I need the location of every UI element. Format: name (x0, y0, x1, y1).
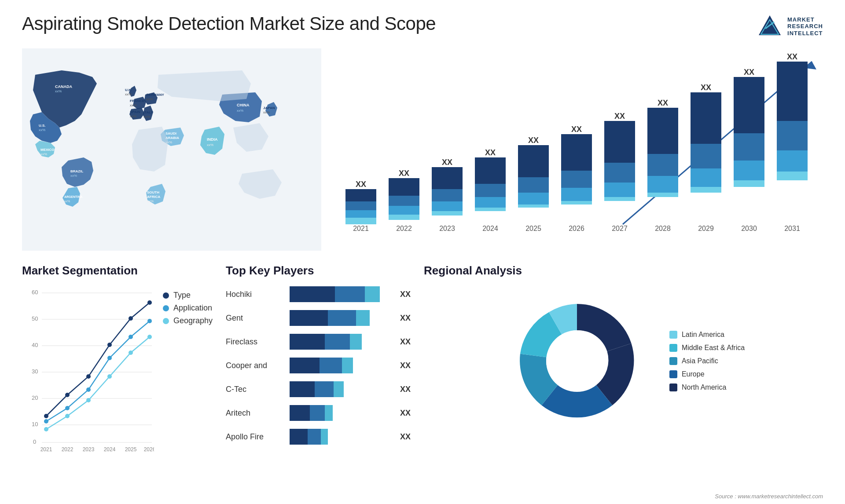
regional-title: Regional Analysis (424, 264, 823, 278)
player-bar-fireclass (290, 334, 390, 350)
svg-text:MEXICO: MEXICO (40, 148, 55, 152)
svg-rect-63 (518, 193, 549, 205)
cooper-xx: XX (400, 361, 411, 370)
donut-chart-v2 (502, 286, 652, 436)
svg-text:SOUTH: SOUTH (147, 190, 159, 194)
key-players-title: Top Key Players (226, 264, 411, 278)
svg-text:XX: XX (485, 148, 496, 157)
page-title: Aspirating Smoke Detection Market Size a… (22, 13, 436, 34)
svg-rect-56 (475, 208, 506, 211)
legend-application: Application (163, 303, 213, 313)
mea-color (669, 344, 677, 352)
svg-rect-98 (777, 172, 808, 180)
svg-text:JAPAN: JAPAN (263, 106, 275, 110)
svg-text:xx%: xx% (237, 109, 243, 113)
svg-rect-59 (475, 157, 506, 184)
svg-text:xx%: xx% (143, 115, 150, 119)
mea-label: Middle East & Africa (682, 344, 745, 352)
svg-text:2031: 2031 (784, 225, 800, 232)
svg-point-138 (86, 398, 91, 402)
svg-text:AFRICA: AFRICA (147, 195, 160, 199)
player-list: Hochiki XX Gent (226, 286, 411, 445)
svg-text:XX: XX (614, 112, 625, 121)
svg-text:xx%: xx% (207, 143, 213, 147)
svg-text:xx%: xx% (55, 89, 62, 93)
svg-point-132 (86, 387, 91, 392)
svg-text:2023: 2023 (439, 225, 455, 232)
europe-color (669, 370, 677, 378)
svg-text:XX: XX (658, 99, 668, 107)
svg-point-136 (44, 427, 48, 431)
svg-rect-99 (777, 150, 808, 172)
svg-rect-58 (475, 184, 506, 197)
svg-text:FRANCE: FRANCE (130, 99, 145, 103)
latin-america-label: Latin America (682, 331, 724, 339)
svg-text:XX: XX (744, 68, 754, 77)
svg-text:xx%: xx% (125, 92, 132, 96)
player-name-gent: Gent (226, 314, 283, 323)
svg-text:XX: XX (787, 52, 797, 61)
svg-text:XX: XX (399, 169, 409, 178)
svg-rect-86 (691, 187, 721, 193)
svg-rect-74 (604, 197, 635, 201)
logo-icon (757, 13, 783, 40)
svg-rect-87 (691, 168, 721, 187)
svg-text:xx%: xx% (39, 128, 45, 132)
player-bar-hochiki (290, 286, 390, 302)
svg-text:2024: 2024 (104, 446, 116, 453)
application-label: Application (173, 303, 212, 313)
svg-rect-40 (345, 201, 376, 210)
player-name-ctec: C-Tec (226, 385, 283, 394)
apollo-xx: XX (400, 432, 411, 442)
svg-point-131 (65, 406, 70, 410)
svg-point-134 (129, 335, 133, 339)
svg-rect-69 (561, 188, 592, 201)
svg-text:0: 0 (33, 438, 36, 445)
svg-rect-95 (734, 77, 764, 133)
svg-text:2028: 2028 (655, 225, 671, 232)
svg-rect-45 (389, 206, 419, 215)
header: Aspirating Smoke Detection Market Size a… (22, 13, 823, 40)
legend-type: Type (163, 291, 213, 300)
svg-text:2026: 2026 (144, 446, 154, 453)
svg-text:30: 30 (32, 368, 38, 375)
svg-rect-64 (518, 177, 549, 193)
svg-rect-88 (691, 144, 721, 168)
bar-chart-section: XX 2021 XX 2022 XX 2023 (334, 48, 823, 251)
svg-rect-77 (604, 121, 635, 163)
segmentation-title: Market Segmentation (22, 264, 213, 278)
svg-text:XX: XX (442, 158, 452, 167)
svg-point-140 (129, 351, 133, 355)
svg-rect-93 (734, 161, 764, 180)
svg-text:SPAIN: SPAIN (130, 110, 140, 114)
svg-text:xx%: xx% (70, 174, 77, 178)
player-bar-aritech (290, 405, 390, 421)
svg-rect-94 (734, 133, 764, 161)
svg-rect-71 (561, 134, 592, 171)
svg-text:40: 40 (32, 342, 38, 348)
svg-point-142 (546, 330, 608, 392)
svg-rect-51 (432, 201, 463, 211)
svg-text:2025: 2025 (525, 225, 541, 232)
player-row-aritech: Aritech XX (226, 405, 411, 421)
svg-rect-81 (647, 176, 678, 193)
svg-point-129 (147, 300, 152, 305)
svg-rect-70 (561, 171, 592, 188)
svg-text:xx%: xx% (146, 97, 153, 101)
hochiki-xx: XX (400, 290, 411, 299)
svg-point-130 (44, 419, 48, 424)
source-line: Source : www.marketresearchintellect.com (715, 493, 823, 500)
svg-rect-39 (345, 210, 376, 218)
bar-chart-svg: XX 2021 XX 2022 XX 2023 (334, 48, 823, 251)
legend-asia-pacific: Asia Pacific (669, 357, 745, 365)
gent-xx: XX (400, 314, 411, 323)
svg-text:XX: XX (356, 180, 366, 189)
svg-point-139 (107, 374, 112, 379)
svg-text:xx%: xx% (130, 114, 136, 118)
svg-text:2023: 2023 (83, 446, 95, 453)
logo: MARKET RESEARCH INTELLECT (757, 13, 823, 40)
page-container: Aspirating Smoke Detection Market Size a… (0, 0, 845, 504)
svg-rect-41 (345, 189, 376, 201)
svg-text:XX: XX (701, 83, 711, 92)
north-america-label: North America (682, 383, 726, 391)
